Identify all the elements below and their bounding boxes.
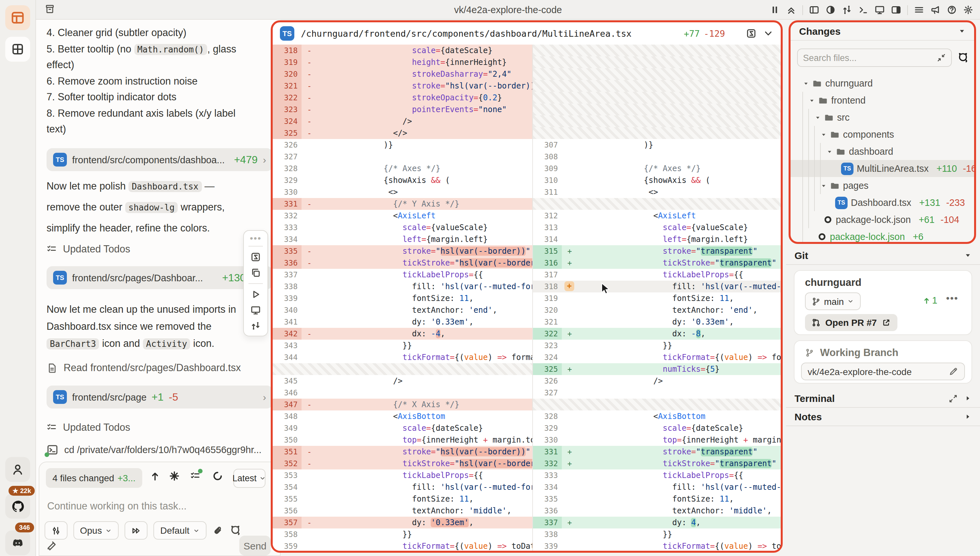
diff-row-358: 358 }} (273, 529, 532, 540)
panel-left-icon[interactable] (809, 5, 819, 15)
diff-mode-icon[interactable] (746, 28, 756, 39)
copy-button[interactable] (250, 268, 261, 278)
code-text: left={margin.left} (578, 233, 781, 245)
caret-down-icon (803, 80, 809, 86)
model-dropdown[interactable]: Opus (73, 521, 119, 540)
files-changed-chip[interactable]: 4 files changed +3... (46, 468, 142, 488)
settings-icon[interactable] (963, 5, 974, 15)
add-comment-button[interactable]: + (564, 281, 574, 291)
diff-marker (562, 269, 578, 281)
highlighter-icon[interactable] (46, 540, 57, 551)
todos-status-button[interactable] (190, 471, 200, 481)
terminal-section-header[interactable]: Terminal (786, 390, 980, 408)
working-branch-input[interactable]: vk/4e2a-explore-the-code (801, 362, 965, 380)
changes-header[interactable]: Changes (791, 22, 974, 40)
diff-row-338: 338 fill: 'hsl(var(--muted-foreground))'… (273, 281, 532, 293)
github-button[interactable] (5, 494, 30, 519)
grid-view-button[interactable] (5, 37, 30, 61)
chevrons-up-icon[interactable] (786, 5, 796, 15)
chevron-right-icon: › (263, 391, 266, 402)
file-chip-multilinearea[interactable]: TS frontend/src/components/dashboa... +4… (47, 148, 273, 171)
file-name: src (837, 112, 849, 123)
git-repo-card: churnguard main 1 ••• Open PR #7 (794, 270, 972, 335)
tree-item-pages[interactable]: pages (791, 177, 974, 194)
message-input[interactable]: Continue working on this task... (47, 500, 187, 512)
mode-dropdown[interactable]: Default (154, 521, 207, 540)
caret-down-icon (821, 183, 827, 189)
notes-section-header[interactable]: Notes (786, 408, 980, 426)
tree-item-package-lock-json[interactable]: package-lock.json+6 (791, 228, 974, 244)
line-number: 334 (533, 481, 562, 493)
todos-status-dot (198, 469, 203, 474)
attach-button[interactable] (212, 525, 224, 536)
terminal-command-row[interactable]: cd /private/var/folders/10/h7w0q46556ggr… (47, 444, 280, 456)
panel-right-icon[interactable] (891, 5, 901, 15)
git-compare-button[interactable] (250, 321, 261, 331)
updated-todos-row-2[interactable]: Updated Todos (47, 422, 280, 433)
working-branch-title: Working Branch (820, 347, 898, 359)
file-chip-dashboard-2[interactable]: TS frontend/src/pages/Dashboard.tsx +1 -… (47, 386, 273, 409)
file-name: package-lock.json (830, 231, 905, 242)
pause-icon[interactable] (770, 5, 780, 15)
tree-item-dashboard-tsx[interactable]: TSDashboard.tsx+131-233 (791, 194, 974, 211)
terminal-icon[interactable] (858, 5, 869, 15)
branch-dropdown[interactable]: main (805, 293, 861, 310)
open-pr-button[interactable]: Open PR #7 (805, 314, 897, 331)
settings-sliders-button[interactable] (45, 521, 68, 540)
line-number: 325 (273, 127, 302, 139)
expand-icon[interactable] (949, 394, 958, 403)
diff-marker: - (302, 245, 317, 257)
code-text: stroke="hsl(var(--border))" (317, 80, 532, 92)
send-button[interactable]: Send (239, 536, 271, 555)
line-number: 332 (533, 457, 562, 469)
fast-forward-button[interactable] (125, 521, 148, 540)
archive-box-icon[interactable] (45, 4, 55, 15)
menu-icon[interactable] (914, 5, 924, 15)
line-number: 308 (533, 151, 562, 163)
contrast-icon[interactable] (825, 5, 836, 15)
diff-view-button[interactable] (250, 252, 261, 262)
help-icon[interactable] (946, 5, 957, 15)
discord-count-badge: 346 (15, 522, 34, 532)
latest-dropdown[interactable]: Latest (233, 469, 265, 488)
git-compare-icon[interactable] (842, 5, 852, 15)
text-line: 4. Cleaner grid (subtler opacity) (47, 25, 280, 41)
tree-item-package-lock-json[interactable]: package-lock.json+61-104 (791, 211, 974, 228)
diff-marker (562, 375, 578, 387)
commits-ahead: 1 (922, 295, 937, 305)
collapse-diff-icon[interactable] (763, 28, 773, 39)
git-more-button[interactable]: ••• (946, 293, 958, 304)
github-cat-icon[interactable] (957, 52, 969, 64)
monitor-icon[interactable] (875, 5, 885, 15)
code-text: textAnchor: 'middle', (578, 505, 781, 517)
file-chip-dashboard-1[interactable]: TS frontend/src/pages/Dashboar... +130 -… (47, 266, 273, 289)
tree-item-churnguard[interactable]: churnguard (791, 75, 974, 92)
scroll-up-button[interactable] (149, 471, 161, 482)
drag-handle-icon[interactable]: ••• (250, 235, 261, 241)
code-text: tickFormat={(value) => formatValue(value… (578, 351, 781, 363)
github-cat-button[interactable] (229, 525, 241, 536)
account-button[interactable] (5, 457, 30, 482)
sliders-icon (51, 525, 61, 535)
tree-item-dashboard[interactable]: dashboard (791, 143, 974, 160)
layout-panel-button[interactable] (5, 5, 30, 30)
edit-pencil-icon[interactable] (949, 367, 958, 377)
read-file-row[interactable]: Read frontend/src/pages/Dashboard.tsx (47, 362, 280, 374)
git-section-header[interactable]: Git (786, 247, 980, 265)
megaphone-icon[interactable] (930, 5, 941, 15)
diff-row-355: 355 fontSize: 11, (273, 493, 532, 505)
collapse-tree-icon[interactable] (937, 53, 946, 62)
discord-button[interactable] (5, 530, 30, 555)
run-button[interactable] (250, 289, 261, 300)
tree-item-frontend[interactable]: frontend (791, 92, 974, 109)
search-files-input[interactable]: Search files... (797, 48, 952, 67)
tree-item-components[interactable]: components (791, 126, 974, 143)
spark-icon[interactable] (169, 471, 179, 481)
code-text (317, 387, 532, 399)
tree-item-multilinearea-tsx[interactable]: TSMultiLineArea.tsx+110-162 (791, 160, 974, 177)
preview-button[interactable] (250, 305, 261, 315)
diff-row-341: 341 dy: '0.33em', (273, 316, 532, 328)
diff-marker (562, 422, 578, 434)
tree-item-src[interactable]: src (791, 109, 974, 126)
diff-row-324: 324 tickFormat={(value) => formatValue(v… (533, 351, 781, 363)
